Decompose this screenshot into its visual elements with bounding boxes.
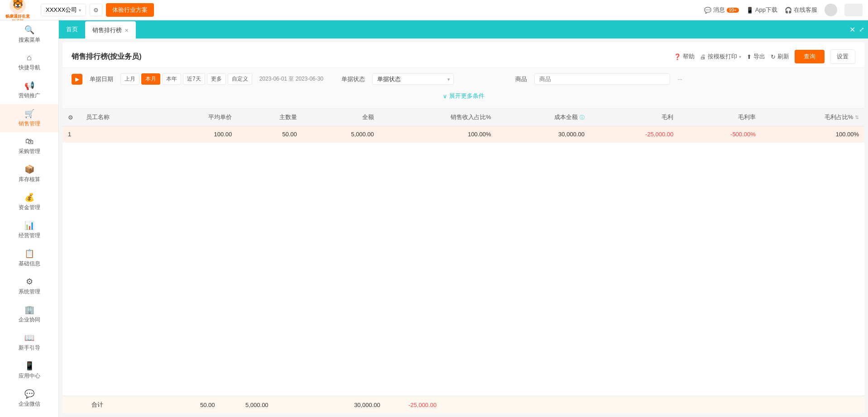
refresh-label: 刷新 xyxy=(777,53,789,61)
date-btn-7days[interactable]: 近7天 xyxy=(183,73,205,85)
col-cost-amount: 成本全额 ⓘ xyxy=(496,109,590,126)
sidebar-label-purchase: 采购管理 xyxy=(19,148,40,155)
expand-btn[interactable]: ∨ 展开更多条件 xyxy=(443,92,484,100)
sidebar-item-purchase[interactable]: 🛍 采购管理 xyxy=(0,132,58,160)
trial-button[interactable]: 体验行业方案 xyxy=(106,3,154,17)
sidebar-label-inventory: 库存核算 xyxy=(19,176,40,183)
status-select[interactable]: 单据状态 xyxy=(372,73,454,85)
logo-area: 🐯 畅康通好生意 标准版 xyxy=(5,0,30,23)
col-profit: 毛利 xyxy=(590,109,679,126)
cell-qty: 50.00 xyxy=(237,126,302,143)
online-service-label: 在线客服 xyxy=(794,6,817,14)
wechat-icon: 💬 xyxy=(24,389,34,399)
sidebar-item-marketing[interactable]: 📢 营销推广 xyxy=(0,76,58,104)
sidebar-item-finance[interactable]: 💰 资金管理 xyxy=(0,188,58,216)
inventory-icon: 📦 xyxy=(24,164,34,174)
message-label: 消息 xyxy=(713,6,725,14)
sidebar-item-wechat[interactable]: 💬 企业微信 xyxy=(0,384,58,412)
col-settings[interactable]: ⚙ xyxy=(62,109,81,126)
settings-button[interactable]: 设置 xyxy=(830,49,855,64)
export-btn[interactable]: ⬆ 导出 xyxy=(747,53,765,61)
footer-profit: -25,000.00 xyxy=(403,402,457,408)
data-table: ⚙ 员工名称 平均单价 主数量 全额 销售收入占比% 成本全额 ⓘ 毛利 毛利率 xyxy=(62,109,864,143)
date-btn-custom[interactable]: 自定义 xyxy=(228,73,252,85)
company-arrow-icon: ▾ xyxy=(79,8,81,13)
help-icon: ❓ xyxy=(674,53,681,60)
footer-qty: 50.00 xyxy=(195,402,240,408)
settings-icon-btn[interactable]: ⚙ xyxy=(90,4,102,16)
content-area: 首页 销售排行榜 ✕ ✕ ⤢ 销售排行榜(按业务员) xyxy=(59,20,868,417)
cell-name xyxy=(81,126,159,143)
app-center-icon: 📱 xyxy=(24,361,34,371)
tab-sales-ranking[interactable]: 销售排行榜 ✕ xyxy=(85,21,136,39)
goods-input[interactable] xyxy=(534,73,670,85)
date-range: 2023-06-01 至 2023-06-30 xyxy=(259,75,323,83)
col-name: 员工名称 xyxy=(81,109,159,126)
sidebar-item-inventory[interactable]: 📦 库存核算 xyxy=(0,160,58,188)
online-service-btn[interactable]: 🎧 在线客服 xyxy=(785,6,817,14)
enterprise-icon: 🏢 xyxy=(24,305,34,315)
purchase-icon: 🛍 xyxy=(25,137,34,146)
query-button[interactable]: 查询 xyxy=(795,50,825,63)
tab-close-icon[interactable]: ✕ xyxy=(125,28,129,34)
sidebar-item-enterprise[interactable]: 🏢 企业协同 xyxy=(0,300,58,328)
col-profit-pct[interactable]: 毛利占比% ⇅ xyxy=(761,109,864,126)
date-btn-this-month[interactable]: 本月 xyxy=(141,73,160,85)
avatar[interactable] xyxy=(825,4,837,16)
sort-icon[interactable]: ⇅ xyxy=(855,115,859,120)
finance-icon: 💰 xyxy=(24,192,34,202)
svg-text:🐯: 🐯 xyxy=(12,0,24,10)
sidebar-item-system[interactable]: ⚙ 系统管理 xyxy=(0,272,58,300)
top-bar-left: 🐯 畅康通好生意 标准版 XXXXX公司 ▾ ⚙ 体验行业方案 xyxy=(5,0,154,23)
cell-profit-rate: -500.00% xyxy=(679,126,761,143)
company-selector[interactable]: XXXXX公司 ▾ xyxy=(41,4,86,16)
top-bar-right: 💬 消息 99+ 📱 App下载 🎧 在线客服 xyxy=(704,4,863,16)
sidebar-item-search[interactable]: 🔍 搜索菜单 xyxy=(0,20,58,48)
message-icon: 💬 xyxy=(704,7,711,14)
more-dots[interactable]: ··· xyxy=(677,76,682,82)
sidebar-label-quick-nav: 快捷导航 xyxy=(19,64,40,72)
date-btn-this-year[interactable]: 本年 xyxy=(162,73,181,85)
sidebar-item-operation[interactable]: 📊 经营管理 xyxy=(0,216,58,244)
top-bar: 🐯 畅康通好生意 标准版 XXXXX公司 ▾ ⚙ 体验行业方案 💬 消息 xyxy=(0,0,868,20)
filter-area: ▶ 单据日期 上月 本月 本年 近7天 更多 自定义 xyxy=(62,68,864,109)
tab-bar-right: ✕ ⤢ xyxy=(849,25,868,34)
template-print-btn[interactable]: 🖨 按模板打印 ▾ xyxy=(700,53,741,61)
help-btn[interactable]: ❓ 帮助 xyxy=(674,53,695,61)
expand-icon: ∨ xyxy=(443,93,447,100)
date-btn-last-month[interactable]: 上月 xyxy=(120,73,139,85)
sidebar-label-enterprise: 企业协同 xyxy=(19,316,40,324)
filter-toggle-icon: ▶ xyxy=(75,76,79,82)
window-expand-icon[interactable]: ⤢ xyxy=(859,26,864,33)
col-settings-icon: ⚙ xyxy=(68,114,73,121)
page-actions: ❓ 帮助 🖨 按模板打印 ▾ ⬆ 导出 ↻ xyxy=(674,49,855,64)
col-profit-rate: 毛利率 xyxy=(679,109,761,126)
col-amount: 全额 xyxy=(302,109,379,126)
user-menu[interactable] xyxy=(844,4,863,16)
sidebar-item-quick-nav[interactable]: ⌂ 快捷导航 xyxy=(0,48,58,76)
main-area: 🔍 搜索菜单 ⌂ 快捷导航 📢 营销推广 🛒 销售管理 🛍 采购管理 📦 xyxy=(0,20,868,417)
status-select-wrapper: 单据状态 xyxy=(372,73,454,85)
app-download-icon: 📱 xyxy=(746,7,753,14)
date-btn-more[interactable]: 更多 xyxy=(207,73,226,85)
sidebar-label-operation: 经营管理 xyxy=(19,232,40,240)
refresh-btn[interactable]: ↻ 刷新 xyxy=(771,53,789,61)
print-arrow-icon: ▾ xyxy=(739,54,741,59)
expand-label: 展开更多条件 xyxy=(449,92,484,100)
filter-toggle-btn[interactable]: ▶ xyxy=(72,74,82,85)
sidebar-item-member[interactable]: V 畅会员 xyxy=(0,412,58,417)
tab-sales-ranking-label: 销售排行榜 xyxy=(92,26,122,34)
sidebar-item-app-center[interactable]: 📱 应用中心 xyxy=(0,356,58,384)
app-download-btn[interactable]: 📱 App下载 xyxy=(746,6,777,14)
table-header-row: ⚙ 员工名称 平均单价 主数量 全额 销售收入占比% 成本全额 ⓘ 毛利 毛利率 xyxy=(62,109,864,126)
window-close-icon[interactable]: ✕ xyxy=(849,25,855,34)
message-btn[interactable]: 💬 消息 99+ xyxy=(704,6,739,14)
footer-cost-amount: 30,000.00 xyxy=(349,402,403,408)
sidebar-item-sales[interactable]: 🛒 销售管理 xyxy=(0,104,58,132)
tab-home[interactable]: 首页 xyxy=(59,20,85,38)
sidebar-item-basic[interactable]: 📋 基础信息 xyxy=(0,244,58,272)
goods-label: 商品 xyxy=(515,75,527,83)
sidebar-item-guide[interactable]: 📖 新手引导 xyxy=(0,328,58,356)
col-avg-price: 平均单价 xyxy=(159,109,237,126)
sidebar-label-sales: 销售管理 xyxy=(19,120,40,128)
